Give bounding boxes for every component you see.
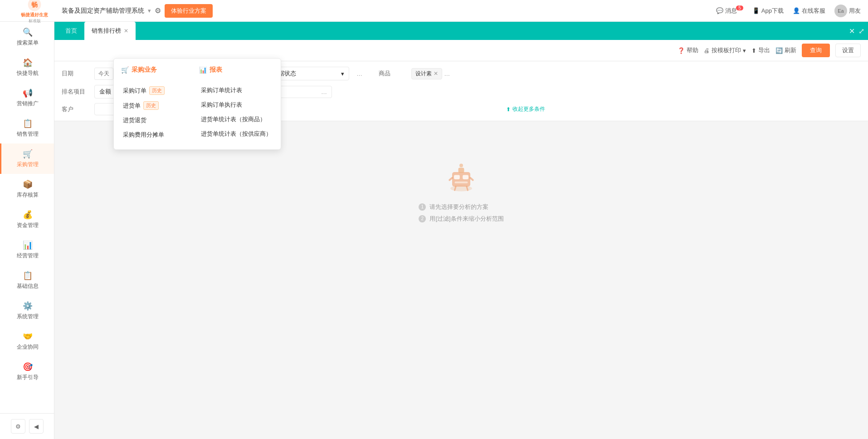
logo-title: 畅捷通好生意: [21, 12, 48, 18]
menu-item-purchase-order[interactable]: 采购订单 历史: [121, 83, 185, 98]
main-area: 首页 销售排行榜 ✕ ✕ ⤢ ❓ 帮助 🖨: [54, 22, 868, 439]
sidebar-label-basic-info: 基础信息: [17, 282, 39, 290]
message-label: 消息: [725, 7, 737, 15]
system-icon: ⚙️: [23, 301, 33, 311]
purchase-order-label: 采购订单: [123, 87, 146, 95]
sidebar-label-quick-nav: 快捷导航: [17, 69, 39, 77]
sidebar-item-quick-nav[interactable]: 🏠 快捷导航: [0, 52, 54, 83]
sidebar-item-finance[interactable]: 💰 资金管理: [0, 204, 54, 235]
search-icon: 🔍: [23, 27, 33, 37]
print-button[interactable]: 🖨 按模板打印 ▾: [704, 46, 746, 54]
purchase-section-title: 🛒 采购业务: [121, 66, 185, 78]
phone-icon: 📱: [752, 7, 760, 14]
tab-bar: 首页 销售排行榜 ✕ ✕ ⤢: [54, 22, 868, 40]
refresh-label: 刷新: [785, 46, 796, 54]
help-icon: ❓: [678, 47, 685, 54]
sidebar-item-basic-info[interactable]: 📋 基础信息: [0, 265, 54, 296]
menu-item-order-stats[interactable]: 采购订单统计表: [199, 83, 273, 98]
sidebar-label-finance: 资金管理: [17, 222, 39, 229]
sidebar-item-inventory[interactable]: 📦 库存核算: [0, 174, 54, 204]
empty-illustration: [439, 158, 484, 194]
sidebar-label-sales: 销售管理: [17, 130, 39, 138]
purchase-section: 🛒 采购业务 采购订单 历史 进货单 历史 进货退货: [121, 66, 185, 142]
logo-icon: 畅: [27, 0, 42, 12]
sidebar-item-marketing[interactable]: 📢 营销推广: [0, 83, 54, 113]
service-icon: 👤: [793, 7, 800, 14]
settings-button[interactable]: 设置: [835, 44, 861, 57]
sidebar-collapse-btn[interactable]: ◀: [29, 419, 44, 434]
export-button[interactable]: ⬆ 导出: [751, 46, 770, 54]
report-section: 📊 报表 采购订单统计表 采购订单执行表 进货单统计表（按商品） 进货单统计表（…: [199, 66, 273, 142]
sidebar-item-sales[interactable]: 📋 销售管理: [0, 113, 54, 143]
svg-text:畅: 畅: [31, 1, 38, 8]
sidebar-label-system: 系统管理: [17, 313, 39, 321]
print-dropdown-icon[interactable]: ▾: [743, 47, 746, 54]
sidebar-item-operation[interactable]: 📊 经营管理: [0, 235, 54, 265]
collapse-button[interactable]: ⬆ 收起更多条件: [506, 105, 545, 113]
settings-icon[interactable]: ⚙: [155, 6, 161, 15]
message-action[interactable]: 💬 消息 5: [716, 7, 743, 15]
sidebar-label-enterprise: 企业协同: [17, 343, 39, 351]
service-label: 在线客服: [802, 7, 825, 15]
header-right: 💬 消息 5 📱 App下载 👤 在线客服 Ea 用友: [716, 5, 861, 17]
system-title: 装备及固定资产辅助管理系统: [62, 7, 144, 15]
dropdown-arrow-icon[interactable]: ▾: [148, 7, 151, 14]
purchase-section-icon: 🛒: [121, 66, 129, 74]
purchase-return-label: 进货退货: [123, 116, 146, 124]
menu-item-purchase-return[interactable]: 进货退货: [121, 113, 185, 128]
salesman-more[interactable]: …: [321, 89, 327, 95]
refresh-button[interactable]: 🔄 刷新: [775, 46, 796, 54]
goods-more[interactable]: …: [444, 70, 450, 77]
help-button[interactable]: ❓ 帮助: [678, 46, 698, 54]
user-label: 用友: [849, 7, 861, 15]
goods-filter: 设计素 ✕ …: [411, 68, 450, 79]
header-mid: 装备及固定资产辅助管理系统 ▾ ⚙ 体验行业方案: [62, 4, 716, 18]
sidebar-settings-btn[interactable]: ⚙: [11, 419, 25, 434]
status-more[interactable]: …: [356, 70, 362, 77]
tab-home[interactable]: 首页: [58, 22, 84, 40]
menu-item-receipt-stats-goods[interactable]: 进货单统计表（按商品）: [199, 112, 273, 127]
sidebar-item-purchase[interactable]: 🛒 采购管理: [0, 143, 54, 174]
tab-sales-ranking-label: 销售排行榜: [92, 27, 121, 35]
app-download-action[interactable]: 📱 App下载: [752, 7, 784, 15]
date-today[interactable]: 今天: [94, 68, 113, 80]
date-label: 日期: [62, 69, 89, 78]
menu-item-order-exec[interactable]: 采购订单执行表: [199, 98, 273, 112]
layout: 🔍 搜索菜单 🏠 快捷导航 📢 营销推广 📋 销售管理 🛒 采购管理 📦 库存核…: [0, 22, 868, 439]
avatar: Ea: [834, 5, 847, 17]
menu-item-purchase-receipt[interactable]: 进货单 历史: [121, 98, 185, 113]
enterprise-icon: 🤝: [23, 331, 33, 341]
sidebar-label-marketing: 营销推广: [17, 100, 39, 108]
sidebar-label-guide: 新手引导: [17, 374, 39, 381]
tab-sales-ranking[interactable]: 销售排行榜 ✕: [84, 22, 136, 40]
tip-num-1: 1: [419, 203, 426, 211]
tab-maximize-icon[interactable]: ⤢: [858, 27, 864, 35]
query-button[interactable]: 查询: [802, 44, 830, 57]
tab-close-icon[interactable]: ✕: [124, 28, 128, 34]
goods-tag-close[interactable]: ✕: [434, 70, 438, 77]
home-icon: 🏠: [23, 58, 33, 68]
sidebar-item-search[interactable]: 🔍 搜索菜单: [0, 22, 54, 52]
sidebar-item-system[interactable]: ⚙️ 系统管理: [0, 296, 54, 326]
sidebar-item-enterprise[interactable]: 🤝 企业协同: [0, 326, 54, 356]
online-service-action[interactable]: 👤 在线客服: [793, 7, 825, 15]
sidebar-label-search: 搜索菜单: [17, 39, 39, 47]
trial-button[interactable]: 体验行业方案: [165, 4, 213, 18]
basic-info-icon: 📋: [23, 271, 33, 281]
menu-item-receipt-stats-supplier[interactable]: 进货单统计表（按供应商）: [199, 127, 273, 141]
tab-home-label: 首页: [65, 27, 77, 35]
order-stats-label: 采购订单统计表: [201, 86, 242, 94]
purchase-receipt-label: 进货单: [123, 102, 141, 110]
svg-point-8: [459, 164, 463, 168]
sidebar-item-guide[interactable]: 🎯 新手引导: [0, 356, 54, 387]
collapse-container: ⬆ 收起更多条件: [190, 105, 861, 113]
tip-num-2: 2: [419, 215, 426, 222]
message-icon: 💬: [716, 7, 723, 14]
menu-item-purchase-expense[interactable]: 采购费用分摊单: [121, 128, 185, 142]
tip-text-1: 请先选择要分析的方案: [429, 201, 488, 213]
purchase-dropdown-menu: 🛒 采购业务 采购订单 历史 进货单 历史 进货退货: [113, 58, 281, 150]
export-label: 导出: [758, 46, 770, 54]
operation-icon: 📊: [23, 240, 33, 250]
user-action[interactable]: Ea 用友: [834, 5, 861, 17]
tab-close-window-icon[interactable]: ✕: [849, 27, 855, 35]
